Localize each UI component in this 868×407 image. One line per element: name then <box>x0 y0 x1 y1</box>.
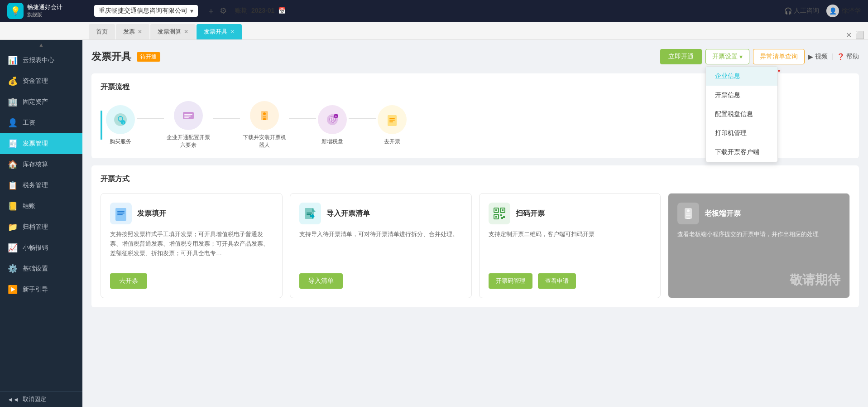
sidebar-item-inventory[interactable]: 🏠 库存核算 <box>0 154 82 175</box>
sidebar-item-salary[interactable]: 👤 工资 <box>0 112 82 133</box>
step-circle-1: + <box>106 105 135 134</box>
settings-icon[interactable]: ⚙ <box>220 6 227 16</box>
assets-icon: 🏢 <box>7 97 18 107</box>
exception-list-button[interactable]: 异常清单查询 <box>753 49 805 64</box>
unpin-icon: ◄◄ <box>7 396 19 403</box>
sidebar-item-tax[interactable]: 📋 税务管理 <box>0 175 82 196</box>
status-badge: 待开通 <box>137 52 160 62</box>
main-layout: ▲ 📊 云报表中心 💰 资金管理 🏢 固定资产 👤 工资 🧾 发票管理 🏠 库存… <box>0 40 868 407</box>
boss-invoice-title: 老板端开票 <box>705 209 741 218</box>
checkout-icon: 📒 <box>7 201 18 211</box>
app-edition: 旗舰版 <box>27 11 62 18</box>
tax-icon: 📋 <box>7 180 18 190</box>
content-area: 发票开具 待开通 立即开通 开票设置 ▾ 企业信息 <box>82 40 868 407</box>
scan-invoice-title: 扫码开票 <box>516 209 545 218</box>
company-name: 重庆畅捷交通信息咨询有限公司 <box>99 7 187 15</box>
import-invoice-desc: 支持导入待开票清单，可对待开票清单进行拆分、合并处理。 <box>299 230 462 266</box>
svg-rect-4 <box>184 114 192 115</box>
dropdown-item-company[interactable]: 企业信息 <box>706 67 777 86</box>
tab-home[interactable]: 首页 <box>89 24 115 39</box>
sidebar-item-archive[interactable]: 📁 归档管理 <box>0 217 82 237</box>
invoice-settings-button[interactable]: 开票设置 ▾ <box>705 49 749 64</box>
tab-invoice-issue[interactable]: 发票开具 ✕ <box>197 24 242 39</box>
qr-manage-button[interactable]: 开票码管理 <box>489 273 532 289</box>
sidebar-item-settings[interactable]: ⚙️ 基础设置 <box>0 258 82 279</box>
step-left-bar <box>101 111 102 140</box>
svg-rect-32 <box>495 216 497 218</box>
maximize-icon[interactable]: ⬜ <box>855 31 864 39</box>
tab-invoice-calc[interactable]: 发票测算 ✕ <box>150 24 196 39</box>
fill-invoice-title: 发票填开 <box>137 209 166 218</box>
activate-button[interactable]: 立即开通 <box>660 49 702 64</box>
svg-rect-22 <box>117 213 125 213</box>
sidebar-item-guide[interactable]: ▶️ 新手引导 <box>0 279 82 300</box>
tab-invoice-issue-close[interactable]: ✕ <box>230 29 235 35</box>
svg-rect-37 <box>686 218 690 219</box>
logo-area: 💡 畅捷通好会计 旗舰版 <box>7 3 89 19</box>
add-button[interactable]: ＋ <box>207 5 215 16</box>
tab-invoice-close[interactable]: ✕ <box>138 29 142 35</box>
sidebar-item-invoice[interactable]: 🧾 发票管理 <box>0 133 82 154</box>
reports-icon: 📊 <box>7 55 18 65</box>
flow-step-2: 企业开通配置开票六要素 <box>166 101 211 149</box>
scan-invoice-desc: 支持定制开票二维码，客户端可扫码开票 <box>489 230 652 266</box>
help-button[interactable]: ❓ 帮助 <box>837 53 859 61</box>
sidebar-item-assets[interactable]: 🏢 固定资产 <box>0 92 82 112</box>
import-invoice-button[interactable]: 导入清单 <box>299 273 343 289</box>
tab-home-label: 首页 <box>96 28 108 36</box>
sidebar-item-checkout[interactable]: 📒 结账 <box>0 196 82 217</box>
svg-rect-34 <box>503 216 505 218</box>
dropdown-item-download-client[interactable]: 下载开票客户端 <box>706 143 777 162</box>
sidebar-item-expense[interactable]: 📈 小畅报销 <box>0 237 82 258</box>
play-icon: ▶ <box>808 53 813 60</box>
question-icon: ❓ <box>837 53 844 60</box>
page-title: 发票开具 <box>91 50 131 63</box>
consult-button[interactable]: 🎧 人工咨询 <box>784 7 819 15</box>
sidebar-unpin-button[interactable]: ◄◄ 取消固定 <box>0 391 82 407</box>
expense-icon: 📈 <box>7 243 18 253</box>
settings-dropdown-menu: 企业信息 开票信息 配置税盘信息 打印机管理 下载开票客户端 <box>705 66 778 162</box>
tab-bar: 首页 发票 ✕ 发票测算 ✕ 发票开具 ✕ ✕ ⬜ <box>0 22 868 40</box>
svg-text:+: + <box>122 121 124 125</box>
fill-invoice-button[interactable]: 去开票 <box>110 273 147 289</box>
flow-step-3: 下载并安装开票机器人 <box>242 101 287 149</box>
step-label-2: 企业开通配置开票六要素 <box>166 134 211 149</box>
dropdown-item-invoice-info[interactable]: 开票信息 <box>706 86 777 105</box>
svg-rect-39 <box>686 213 691 214</box>
fill-invoice-desc: 支持按照发票样式手工填开发票；可开具增值税电子普通发票、增值税普通发票、增值税专… <box>110 230 273 266</box>
inventory-icon: 🏠 <box>7 160 18 170</box>
avatar: 👤 <box>826 5 839 17</box>
tab-invoice-calc-label: 发票测算 <box>158 28 181 36</box>
view-apply-button[interactable]: 查看申请 <box>538 273 576 289</box>
step-circle-2 <box>174 101 203 130</box>
svg-rect-5 <box>184 116 191 116</box>
app-name: 畅捷通好会计 <box>27 4 62 11</box>
boss-invoice-icon <box>677 203 699 224</box>
dropdown-item-printer[interactable]: 打印机管理 <box>706 124 777 143</box>
svg-rect-26 <box>307 214 311 215</box>
logo-icon: 💡 <box>7 3 24 19</box>
flow-step-1: + 购买服务 <box>106 105 135 145</box>
company-selector[interactable]: 重庆畅捷交通信息咨询有限公司 ▾ <box>94 5 198 17</box>
sidebar-scroll-up[interactable]: ▲ <box>0 40 82 50</box>
methods-section-title: 开票方式 <box>101 174 850 184</box>
video-button[interactable]: ▶ 视频 <box>808 53 828 61</box>
flow-step-4: 税+ 新增税盘 <box>318 105 347 145</box>
sidebar-item-funds[interactable]: 💰 资金管理 <box>0 71 82 92</box>
dropdown-item-tax-config[interactable]: 配置税盘信息 <box>706 105 777 124</box>
step-label-3: 下载并安装开票机器人 <box>242 134 287 149</box>
calendar-icon: 📅 <box>278 7 286 14</box>
tab-invoice-label: 发票 <box>123 28 135 36</box>
tab-invoice-calc-close[interactable]: ✕ <box>184 29 188 35</box>
archive-icon: 📁 <box>7 222 18 232</box>
tab-invoice[interactable]: 发票 ✕ <box>116 24 149 39</box>
step-label-1: 购买服务 <box>110 138 131 145</box>
close-window-icon[interactable]: ✕ <box>846 31 852 39</box>
method-card-fill: 发票填开 支持按照发票样式手工填开发票；可开具增值税电子普通发票、增值税普通发票… <box>101 193 283 298</box>
svg-rect-10 <box>263 118 266 120</box>
method-card-scan: 扫码开票 支持定制开票二维码，客户端可扫码开票 开票码管理 查看申请 <box>479 193 661 298</box>
chevron-down-icon2: ▾ <box>739 53 743 60</box>
top-bar: 💡 畅捷通好会计 旗舰版 重庆畅捷交通信息咨询有限公司 ▾ ＋ ⚙ 账期 202… <box>0 0 868 22</box>
sidebar-item-reports[interactable]: 📊 云报表中心 <box>0 50 82 71</box>
user-area[interactable]: 👤 徐泽华 <box>826 5 861 17</box>
